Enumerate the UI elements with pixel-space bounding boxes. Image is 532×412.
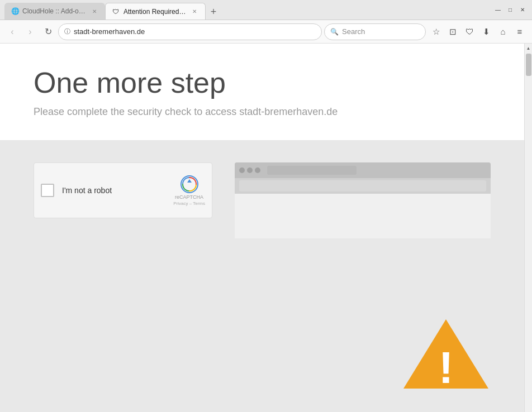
- terms-link[interactable]: Terms: [193, 201, 205, 206]
- mini-dot-3: [255, 167, 260, 173]
- captcha-widget[interactable]: I'm not a robot reCAPTCHA: [34, 162, 212, 218]
- reader-icon[interactable]: ⊡: [445, 24, 460, 40]
- tab1-label: CloudHole :: Add-ons for ...: [22, 7, 87, 15]
- mini-dot-2: [247, 167, 253, 173]
- captcha-inner: I'm not a robot reCAPTCHA: [41, 170, 205, 211]
- download-icon[interactable]: ⬇: [478, 24, 494, 40]
- address-text: stadt-bremerhaven.de: [74, 27, 316, 36]
- scroll-up-arrow[interactable]: ▲: [525, 44, 533, 52]
- browser-viewport: One more step Please complete the securi…: [0, 44, 532, 412]
- warning-triangle-svg: !: [401, 315, 491, 393]
- home-icon[interactable]: ⌂: [495, 24, 511, 40]
- reload-button[interactable]: ↻: [40, 24, 56, 40]
- search-placeholder-text: Search: [342, 27, 365, 36]
- mini-browser-tab: [267, 166, 357, 175]
- lock-icon: ⓘ: [64, 27, 70, 36]
- search-bar[interactable]: 🔍 Search: [324, 23, 426, 40]
- bookmark-icon[interactable]: ☆: [428, 24, 444, 40]
- mini-dot-1: [239, 167, 245, 173]
- scrollbar-thumb[interactable]: [526, 54, 531, 76]
- page-heading: One more step: [34, 66, 491, 99]
- mini-browser-body: [235, 194, 491, 238]
- page-body-section: I'm not a robot reCAPTCHA: [0, 140, 524, 412]
- shield-icon[interactable]: 🛡: [462, 24, 477, 40]
- tab-bar: 🌐 CloudHole :: Add-ons for ... ✕ 🛡 Atten…: [4, 0, 493, 20]
- tab-attention[interactable]: 🛡 Attention Required! | Clou... ✕: [105, 3, 206, 20]
- window-controls: — □ ✕: [493, 5, 528, 15]
- tab1-close[interactable]: ✕: [91, 7, 98, 15]
- svg-marker-1: [187, 179, 192, 183]
- scrollbar[interactable]: ▲: [524, 44, 532, 412]
- captcha-label: I'm not a robot: [62, 186, 165, 195]
- tab2-close[interactable]: ✕: [191, 8, 198, 16]
- new-tab-button[interactable]: +: [206, 4, 221, 20]
- tab-cloudhole[interactable]: 🌐 CloudHole :: Add-ons for ... ✕: [4, 3, 105, 20]
- recaptcha-logo-icon: [180, 175, 198, 193]
- captcha-logo-area: reCAPTCHA Privacy – Terms: [173, 175, 205, 206]
- tab1-icon: 🌐: [11, 7, 19, 15]
- mini-browser: [235, 162, 491, 238]
- minimize-button[interactable]: —: [493, 5, 503, 15]
- nav-bar: ‹ › ↻ ⓘ stadt-bremerhaven.de 🔍 Search ☆ …: [0, 20, 532, 44]
- close-button[interactable]: ✕: [517, 5, 528, 15]
- recaptcha-text: reCAPTCHA: [175, 194, 203, 200]
- maximize-button[interactable]: □: [505, 5, 515, 15]
- page-subheading: Please complete the security check to ac…: [34, 106, 425, 118]
- warning-icon: !: [401, 315, 491, 395]
- browser-window: 🌐 CloudHole :: Add-ons for ... ✕ 🛡 Atten…: [0, 0, 532, 412]
- menu-icon[interactable]: ≡: [512, 24, 528, 40]
- browser-content: One more step Please complete the securi…: [0, 44, 524, 412]
- tab2-icon: 🛡: [112, 8, 120, 16]
- warning-triangle-container: !: [401, 315, 491, 395]
- privacy-link[interactable]: Privacy: [173, 201, 188, 206]
- svg-text:!: !: [439, 343, 454, 392]
- svg-point-0: [181, 176, 198, 193]
- nav-icons: ☆ ⊡ 🛡 ⬇ ⌂ ≡: [428, 24, 528, 40]
- page-header-section: One more step Please complete the securi…: [0, 44, 524, 140]
- title-bar: 🌐 CloudHole :: Add-ons for ... ✕ 🛡 Atten…: [0, 0, 532, 20]
- tab2-label: Attention Required! | Clou...: [124, 8, 187, 16]
- address-bar[interactable]: ⓘ stadt-bremerhaven.de: [58, 23, 322, 40]
- mini-browser-titlebar: [235, 162, 491, 178]
- forward-button[interactable]: ›: [22, 24, 38, 40]
- captcha-checkbox[interactable]: [41, 184, 54, 197]
- mini-browser-addressbar: [239, 180, 486, 191]
- captcha-links: Privacy – Terms: [173, 201, 205, 206]
- back-button[interactable]: ‹: [4, 24, 20, 40]
- search-icon: 🔍: [330, 28, 339, 36]
